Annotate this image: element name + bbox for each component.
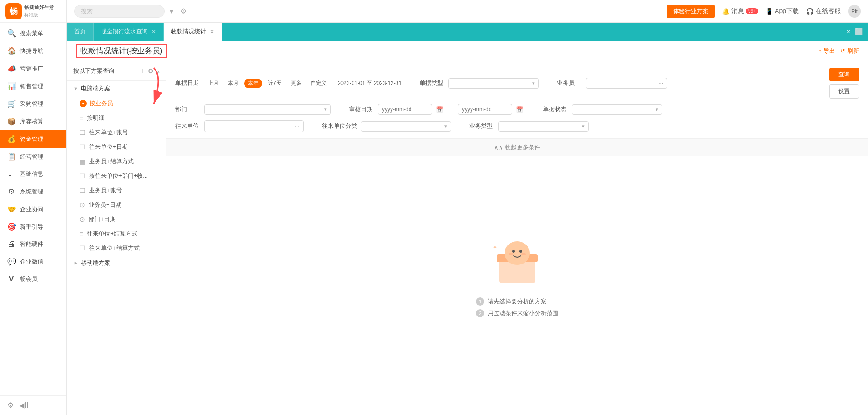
filter-review-date: 审核日期 📅 — 📅 [349, 104, 525, 115]
scheme-item-label: 部门+日期 [89, 215, 116, 223]
topbar-dropdown-icon[interactable]: ▾ [170, 8, 173, 15]
salesperson-more-dots[interactable]: ··· [659, 80, 663, 86]
salesperson-select[interactable]: ··· [586, 78, 667, 89]
trial-btn[interactable]: 体验行业方案 [667, 5, 715, 18]
scheme-item-salesperson-method[interactable]: ▦ 业务员+结算方式 [67, 154, 166, 169]
sidebar-item-purchase[interactable]: 🛒 采购管理 [0, 95, 66, 113]
salesperson-account-icon: ☐ [80, 187, 85, 194]
sidebar-item-finance[interactable]: 💰 资金管理 [0, 130, 66, 148]
scheme-item-by-details[interactable]: ≡ 按明细 [67, 111, 166, 125]
filter-voucher-type: 单据类型 ▾ [420, 78, 539, 89]
topbar: 搜索 ▾ ⚙ 体验行业方案 🔔 消息 99+ 📱 App下载 🎧 在线客服 Ri… [67, 0, 868, 23]
scheme-item-by-salesperson[interactable]: ● 按业务员 [67, 96, 166, 111]
business-type-chevron: ▾ [582, 123, 585, 129]
hardware-icon: 🖨 [7, 240, 15, 248]
scheme-item-label: 往来单位+账号 [89, 128, 128, 137]
business-type-select[interactable]: ▾ [498, 121, 589, 132]
partner-more-dots[interactable]: ··· [294, 123, 300, 130]
sidebar-settings-btn[interactable]: ⚙ [7, 401, 14, 410]
sidebar-item-enterprise[interactable]: 🤝 企业协同 [0, 200, 66, 218]
sidebar-item-basic[interactable]: 🗂 基础信息 [0, 165, 66, 183]
message-badge: 99+ [746, 8, 758, 14]
filter-section: 单据日期 上月 本月 本年 近7天 更多 自定义 2023-01-01 至 20… [166, 61, 868, 139]
partner-select[interactable]: ··· [204, 120, 304, 132]
sidebar-item-sales[interactable]: 📊 销售管理 [0, 77, 66, 95]
group-expand-icon: ▼ [73, 86, 78, 91]
export-btn[interactable]: ↑ 导出 [819, 47, 835, 55]
sidebar-item-hardware[interactable]: 🖨 智能硬件 [0, 236, 66, 253]
sidebar-item-inventory[interactable]: 📦 库存核算 [0, 113, 66, 130]
query-btn[interactable]: 查询 [829, 68, 859, 81]
tab-close-icon[interactable]: ✕ [846, 28, 851, 35]
tab-bank-flow[interactable]: 现金银行流水查询 ✕ [94, 23, 164, 41]
tab-receipt-stats-close[interactable]: ✕ [210, 28, 214, 35]
page-title: 收款情况统计(按业务员) [76, 44, 167, 58]
review-date-end-picker[interactable]: 📅 [514, 106, 525, 113]
sidebar-item-wechat[interactable]: 💬 企业微信 [0, 253, 66, 270]
date-tab-last-month[interactable]: 上月 [204, 79, 222, 88]
scheme-item-partner-date[interactable]: ☐ 往来单位+日期 [67, 140, 166, 154]
message-icon-area[interactable]: 🔔 消息 99+ [722, 7, 758, 15]
review-date-start-picker[interactable]: 📅 [434, 106, 445, 113]
dept-label: 部门 [175, 105, 201, 113]
app-download-area[interactable]: 📱 App下载 [765, 7, 799, 15]
sidebar-item-system[interactable]: ⚙ 系统管理 [0, 183, 66, 200]
sidebar-item-search[interactable]: 🔍 搜索菜单 [0, 24, 66, 42]
scheme-item-label: 往来单位+日期 [89, 143, 128, 151]
date-tab-this-year[interactable]: 本年 [244, 79, 262, 88]
filter-partner: 往来单位 ··· [175, 120, 304, 132]
voucher-status-select[interactable]: ▾ [572, 104, 662, 115]
user-avatar[interactable]: Rit [848, 5, 861, 18]
headset-icon: 🎧 [806, 8, 814, 15]
voucher-type-select[interactable]: ▾ [448, 78, 539, 89]
date-tab-this-month[interactable]: 本月 [224, 79, 242, 88]
topbar-settings-icon[interactable]: ⚙ [180, 7, 187, 15]
mobile-group-expand-icon: ▼ [73, 261, 78, 266]
edition-tag: 标准版 [24, 12, 54, 18]
tab-receipt-stats[interactable]: 收款情况统计 ✕ [164, 23, 222, 41]
step-2-num: 2 [476, 309, 484, 317]
tabs-right: ✕ ⬜ [840, 23, 868, 41]
review-date-start-input[interactable] [378, 104, 432, 115]
scheme-item-partner-method2[interactable]: ≡ 往来单位+结算方式 [67, 226, 166, 241]
sidebar-item-member[interactable]: V 畅会员 [0, 270, 66, 288]
filter-settings-btn[interactable]: 设置 [829, 84, 859, 99]
collapse-bar[interactable]: ∧∧ 收起更多条件 [166, 139, 868, 156]
scheme-item-dept-date[interactable]: ⊙ 部门+日期 [67, 212, 166, 226]
operation-icon: 📋 [7, 152, 15, 161]
empty-step-1: 1 请先选择要分析的方案 [476, 297, 558, 306]
sidebar-item-marketing[interactable]: 📣 营销推广 [0, 60, 66, 77]
collapse-panel-btn[interactable]: « [156, 68, 160, 75]
sidebar-item-guide[interactable]: 🎯 新手引导 [0, 218, 66, 236]
review-date-end-input[interactable] [458, 104, 512, 115]
date-tab-more[interactable]: 更多 [287, 79, 305, 88]
tab-bank-flow-close[interactable]: ✕ [151, 28, 156, 35]
tab-home[interactable]: 首页 [67, 23, 94, 41]
add-scheme-btn[interactable]: + [141, 67, 145, 75]
scheme-settings-btn[interactable]: ⚙ [148, 67, 154, 75]
sidebar-item-quicknav[interactable]: 🏠 快捷导航 [0, 42, 66, 60]
desktop-group-header[interactable]: ▼ 电脑端方案 [67, 81, 166, 96]
scheme-item-partner-account[interactable]: ☐ 往来单位+账号 [67, 125, 166, 140]
voucher-status-chevron: ▾ [656, 107, 658, 113]
svg-point-2 [505, 241, 530, 265]
refresh-btn[interactable]: ↺ 刷新 [840, 47, 859, 55]
dept-select[interactable]: ▾ [204, 104, 331, 115]
tab-maximize-icon[interactable]: ⬜ [855, 28, 863, 35]
scheme-item-partner-method3[interactable]: ☐ 往来单位+结算方式 [67, 241, 166, 255]
sidebar-item-label: 畅会员 [20, 275, 38, 283]
scheme-item-salesperson-account[interactable]: ☐ 业务员+账号 [67, 183, 166, 198]
review-date-range: 📅 — 📅 [378, 104, 525, 115]
filter-voucher-status: 单据状态 ▾ [543, 104, 662, 115]
date-tab-custom[interactable]: 自定义 [307, 79, 330, 88]
sidebar-collapse-btn[interactable]: ◀II [19, 401, 28, 410]
mobile-group-header[interactable]: ▼ 移动端方案 [67, 255, 166, 271]
partner-category-select[interactable]: ▾ [361, 121, 451, 132]
service-area[interactable]: 🎧 在线客服 [806, 7, 841, 15]
scheme-item-partner-dept[interactable]: ☐ 按往来单位+部门+收... [67, 169, 166, 183]
partner-method2-icon: ≡ [80, 230, 83, 237]
date-range-display: 2023-01-01 至 2023-12-31 [338, 80, 401, 87]
sidebar-item-operation[interactable]: 📋 经营管理 [0, 148, 66, 165]
scheme-item-salesperson-date[interactable]: ⊙ 业务员+日期 [67, 198, 166, 212]
date-tab-last7[interactable]: 近7天 [264, 79, 285, 88]
